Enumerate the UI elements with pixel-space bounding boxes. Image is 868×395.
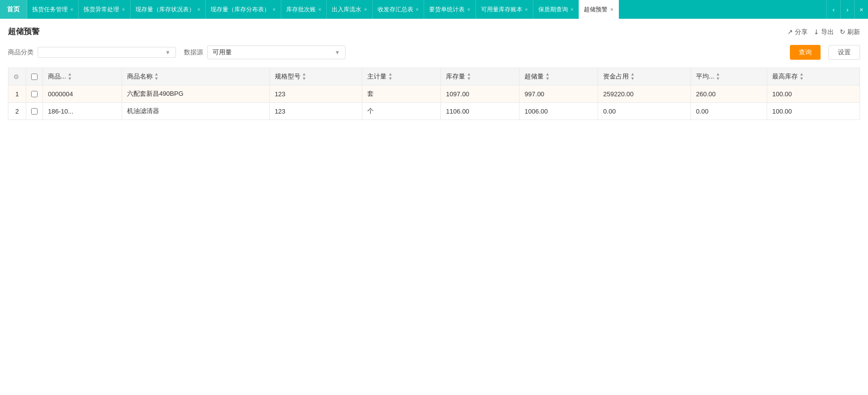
refresh-label: 刷新 xyxy=(847,28,860,37)
cell-row-1-check xyxy=(26,103,43,120)
cell-row-1-over-stock: 1006.00 xyxy=(520,103,598,120)
sort-product-code[interactable]: 商品... ▲▼ xyxy=(48,72,72,81)
nav-prev-button[interactable]: ‹ xyxy=(826,0,840,19)
share-button[interactable]: ↗ 分享 xyxy=(787,28,808,37)
export-button[interactable]: ⤓ 导出 xyxy=(814,28,834,37)
cell-row-0-product-code: 0000004 xyxy=(43,85,122,103)
cell-row-0-spec: 123 xyxy=(269,85,362,103)
nav-tab-3[interactable]: 现存量（库存分布表） × xyxy=(206,0,281,19)
cell-row-0-avg: 260.00 xyxy=(691,85,767,103)
cell-row-1-product-name: 机油滤清器 xyxy=(122,103,269,120)
close-tab-0-icon[interactable]: × xyxy=(70,6,73,12)
close-tab-1-icon[interactable]: × xyxy=(122,6,125,12)
sort-icon-max-stock: ▲▼ xyxy=(799,72,804,81)
chevron-down-icon: ▼ xyxy=(165,49,171,55)
nav-tab-5[interactable]: 出入库流水 × xyxy=(327,0,372,19)
cell-row-0-unit: 套 xyxy=(362,85,441,103)
row-checkbox-1[interactable] xyxy=(31,108,38,115)
sort-unit[interactable]: 主计量 ▲▼ xyxy=(367,72,392,81)
th-stock[interactable]: 库存量 ▲▼ xyxy=(441,68,520,85)
close-tab-3-icon[interactable]: × xyxy=(272,6,275,12)
nav-tab-6[interactable]: 收发存汇总表 × xyxy=(373,0,424,19)
th-spec[interactable]: 规格型号 ▲▼ xyxy=(269,68,362,85)
data-source-filter: 数据源 可用量 ▼ xyxy=(184,45,346,59)
th-over-stock[interactable]: 超储量 ▲▼ xyxy=(520,68,598,85)
product-category-filter: 商品分类 ▼ xyxy=(8,47,176,58)
table-row: 10000004六配套新昌490BPG123套1097.00997.002592… xyxy=(8,85,860,103)
th-product-code[interactable]: 商品... ▲▼ xyxy=(43,68,122,85)
cell-row-1-stock: 1106.00 xyxy=(441,103,520,120)
cell-row-1-unit: 个 xyxy=(362,103,441,120)
nav-next-button[interactable]: › xyxy=(840,0,854,19)
refresh-button[interactable]: ↻ 刷新 xyxy=(840,28,860,37)
cell-row-1-max-stock: 100.00 xyxy=(767,103,860,120)
data-source-label: 数据源 xyxy=(184,48,203,57)
sort-icon-capital-occupied: ▲▼ xyxy=(630,72,635,81)
nav-tab-1[interactable]: 拣货异常处理 × xyxy=(79,0,130,19)
cell-row-0-capital-occupied: 259220.00 xyxy=(598,85,691,103)
sort-capital-occupied[interactable]: 资金占用 ▲▼ xyxy=(603,72,635,81)
data-table: ⚙ 商品... ▲▼ 商品名称 ▲▼ xyxy=(8,68,860,120)
nav-home[interactable]: 首页 xyxy=(0,0,27,19)
cell-row-0-check xyxy=(26,85,43,103)
close-tab-10-icon[interactable]: × xyxy=(610,6,613,12)
sort-avg[interactable]: 平均... ▲▼ xyxy=(696,72,720,81)
sort-spec[interactable]: 规格型号 ▲▼ xyxy=(275,72,306,81)
sort-over-stock[interactable]: 超储量 ▲▼ xyxy=(524,72,550,81)
nav-tab-9[interactable]: 保质期查询 × xyxy=(533,0,579,19)
th-avg[interactable]: 平均... ▲▼ xyxy=(691,68,767,85)
sort-icon-over-stock: ▲▼ xyxy=(545,72,550,81)
close-tab-9-icon[interactable]: × xyxy=(570,6,573,12)
th-unit[interactable]: 主计量 ▲▼ xyxy=(362,68,441,85)
close-tab-8-icon[interactable]: × xyxy=(525,6,528,12)
close-tab-5-icon[interactable]: × xyxy=(364,6,367,12)
data-source-select[interactable]: 可用量 ▼ xyxy=(207,45,346,59)
export-icon: ⤓ xyxy=(814,28,819,36)
page-header: 超储预警 ↗ 分享 ⤓ 导出 ↻ 刷新 xyxy=(8,27,860,37)
chevron-down-icon-2: ▼ xyxy=(335,49,340,55)
nav-tab-10[interactable]: 超储预警 × xyxy=(579,0,618,19)
close-tab-2-icon[interactable]: × xyxy=(197,6,200,12)
product-category-select[interactable]: ▼ xyxy=(38,47,176,58)
sort-icon-product-name: ▲▼ xyxy=(154,72,159,81)
cell-row-1-capital-occupied: 0.00 xyxy=(598,103,691,120)
nav-tab-4[interactable]: 库存批次账 × xyxy=(281,0,327,19)
th-capital-occupied[interactable]: 资金占用 ▲▼ xyxy=(598,68,691,85)
cell-row-0-stock: 1097.00 xyxy=(441,85,520,103)
export-label: 导出 xyxy=(821,28,834,37)
close-tab-7-icon[interactable]: × xyxy=(467,6,470,12)
nav-tab-7[interactable]: 要货单统计表 × xyxy=(424,0,476,19)
share-icon: ↗ xyxy=(787,28,793,36)
nav-tab-0[interactable]: 拣货任务管理 × xyxy=(27,0,79,19)
close-tab-6-icon[interactable]: × xyxy=(416,6,419,12)
cell-row-0-over-stock: 997.00 xyxy=(520,85,598,103)
cell-row-0-max-stock: 100.00 xyxy=(767,85,860,103)
select-all-checkbox[interactable] xyxy=(31,74,38,80)
query-button[interactable]: 查询 xyxy=(790,45,821,60)
data-source-value: 可用量 xyxy=(213,48,232,57)
row-checkbox-0[interactable] xyxy=(31,91,38,97)
page-content: 超储预警 ↗ 分享 ⤓ 导出 ↻ 刷新 商品分类 ▼ 数据源 xyxy=(0,19,868,395)
gear-icon[interactable]: ⚙ xyxy=(13,73,19,80)
sort-icon-avg: ▲▼ xyxy=(716,72,720,81)
th-max-stock[interactable]: 最高库存 ▲▼ xyxy=(767,68,860,85)
nav-tab-8[interactable]: 可用量库存账本 × xyxy=(476,0,533,19)
nav-arrows: ‹ › × xyxy=(826,0,868,19)
sort-max-stock[interactable]: 最高库存 ▲▼ xyxy=(772,72,804,81)
sort-stock[interactable]: 库存量 ▲▼ xyxy=(446,72,471,81)
sort-icon-product-code: ▲▼ xyxy=(68,72,72,81)
settings-button[interactable]: 设置 xyxy=(828,45,860,60)
refresh-icon: ↻ xyxy=(840,28,845,36)
nav-close-all-button[interactable]: × xyxy=(854,0,868,19)
nav-tab-2[interactable]: 现存量（库存状况表） × xyxy=(130,0,206,19)
table-row: 2186-10...机油滤清器123个1106.001006.000.000.0… xyxy=(8,103,860,120)
product-category-label: 商品分类 xyxy=(8,48,34,57)
th-gear: ⚙ xyxy=(8,68,26,85)
sort-product-name[interactable]: 商品名称 ▲▼ xyxy=(127,72,159,81)
page-title: 超储预警 xyxy=(8,27,40,37)
share-label: 分享 xyxy=(795,28,808,37)
th-product-name[interactable]: 商品名称 ▲▼ xyxy=(122,68,269,85)
close-tab-4-icon[interactable]: × xyxy=(318,6,321,12)
cell-row-0-index: 1 xyxy=(8,85,26,103)
sort-icon-spec: ▲▼ xyxy=(302,72,306,81)
